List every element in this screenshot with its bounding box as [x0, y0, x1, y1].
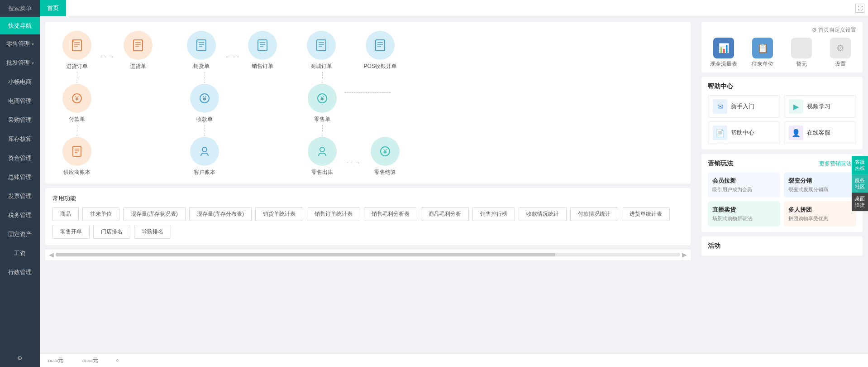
fullscreen-button[interactable]: ⛶ [855, 4, 864, 13]
flow-node-purchase[interactable]: 进货单 [115, 31, 161, 70]
flow-node-customer-account[interactable]: 客户账本 [182, 137, 227, 176]
func-btn[interactable]: 销售订单统计表 [307, 207, 360, 221]
marketing-item-title: 裂变分销 [788, 177, 852, 185]
svg-rect-20 [376, 40, 385, 51]
svg-text:¥: ¥ [202, 95, 206, 102]
sidebar-item-tax[interactable]: 税务管理 [0, 206, 40, 225]
purchase-order-icon [62, 31, 91, 60]
marketing-item-desc: 拼团购物享受优惠 [788, 215, 852, 222]
func-btn[interactable]: 销售毛利分析表 [364, 207, 417, 221]
marketing-grid: 会员拉新吸引用户成为会员裂变分销裂变式发展分销商直播卖货场景式购物新玩法多人拼团… [708, 172, 856, 227]
quick-icons: 📊现金流量表📋往来单位暂无⚙设置 [708, 38, 856, 68]
customize-link[interactable]: ⚙ 首页自定义设置 [812, 26, 856, 34]
sales-order-icon [248, 31, 277, 60]
shop-order-icon [307, 31, 336, 60]
marketing-title: 营销玩法 [708, 159, 733, 168]
sidebar-quicknav[interactable]: 快捷导航 [0, 17, 40, 34]
func-btn[interactable]: 销货单统计表 [255, 207, 303, 221]
float-service-community[interactable]: 服务社区 [852, 174, 868, 193]
activity-card: 活动 [701, 237, 863, 256]
flow-node-retail-settle[interactable]: ¥ 零售结算 [362, 137, 408, 176]
flow-node-retail-outbound[interactable]: 零售出库 [300, 137, 345, 176]
float-customer-service[interactable]: 客服热线 [852, 156, 868, 174]
pos-icon [366, 31, 395, 60]
help-item[interactable]: 📄帮助中心 [708, 121, 780, 144]
func-btn[interactable]: 往来单位 [82, 207, 119, 221]
marketing-item-desc: 吸引用户成为会员 [712, 186, 776, 193]
quick-access-card: ⚙ 首页自定义设置 📊现金流量表📋往来单位暂无⚙设置 [701, 22, 863, 72]
func-btn[interactable]: 收款情况统计 [519, 207, 567, 221]
marketing-item[interactable]: 裂变分销裂变式发展分销商 [784, 172, 856, 198]
sidebar-item-ledger[interactable]: 总账管理 [0, 168, 40, 187]
flow-node-sales-order[interactable]: 销售订单 [240, 31, 285, 70]
func-btn[interactable]: 商品毛利分析 [421, 207, 469, 221]
flow-node-payment[interactable]: ¥ 付款单 [54, 84, 100, 123]
sidebar-item-invoice[interactable]: 发票管理 [0, 187, 40, 206]
chevron-down-icon: ▾ [32, 61, 34, 66]
activity-title: 活动 [708, 242, 856, 250]
main-area: 首页 ⛶ 进货订单 - - → [40, 0, 868, 367]
marketing-more-link[interactable]: 更多营销玩法 > [819, 160, 856, 168]
sidebar-settings[interactable]: ⚙ [0, 349, 40, 367]
flow-node-supplier-account[interactable]: 供应商账本 [54, 137, 100, 176]
func-btn[interactable]: 零售开单 [52, 225, 90, 239]
quick-icon-item[interactable]: ⚙设置 [825, 38, 856, 68]
sidebar-item-salary[interactable]: 工资 [0, 244, 40, 263]
help-item[interactable]: ▶视频学习 [784, 95, 856, 118]
float-desktop-shortcut[interactable]: 桌面快捷 [852, 193, 868, 211]
quick-icon-item[interactable]: 暂无 [786, 38, 817, 68]
sidebar-item-finance[interactable]: 资金管理 [0, 149, 40, 168]
func-btn[interactable]: 进货单统计表 [622, 207, 670, 221]
help-icon: ✉ [713, 99, 727, 114]
scroll-track[interactable] [56, 253, 680, 256]
flow-node-retail[interactable]: ¥ 零售单 [300, 84, 345, 123]
flow-node-shop-order[interactable]: 商城订单 [299, 31, 344, 70]
func-btn[interactable]: 商品 [52, 207, 79, 221]
scroll-left-btn[interactable]: ◀ [49, 251, 54, 258]
sidebar-item-admin[interactable]: 行政管理 [0, 263, 40, 282]
retail-icon: ¥ [308, 84, 337, 113]
vert-line-4 [77, 125, 77, 131]
sidebar-search[interactable]: 搜索菜单 [0, 0, 40, 17]
marketing-item-title: 多人拼团 [788, 206, 852, 214]
sidebar-item-inventory[interactable]: 库存核算 [0, 130, 40, 149]
marketing-item-desc: 场景式购物新玩法 [712, 215, 776, 222]
help-icon: ▶ [789, 99, 803, 114]
func-btn[interactable]: 销售排行榜 [472, 207, 515, 221]
tab-home[interactable]: 首页 [40, 0, 67, 16]
func-btn[interactable]: 现存量(库存状况表) [123, 207, 186, 221]
marketing-item[interactable]: 会员拉新吸引用户成为会员 [708, 172, 780, 198]
help-item[interactable]: ✉新手入门 [708, 95, 780, 118]
flow-node-pos[interactable]: POS收银开单 [358, 31, 403, 70]
vert-line-2 [205, 72, 205, 78]
chevron-down-icon: ▾ [32, 42, 34, 47]
marketing-item[interactable]: 多人拼团拼团购物享受优惠 [784, 201, 856, 227]
scroll-right-btn[interactable]: ▶ [682, 251, 687, 258]
flow-node-purchase-order[interactable]: 进货订单 [54, 31, 100, 70]
payment-icon: ¥ [62, 84, 91, 113]
func-btn[interactable]: 现存量(库存分布表) [189, 207, 252, 221]
flow-node-receipt[interactable]: ¥ 收款单 [182, 84, 227, 123]
help-icon: 📄 [713, 126, 727, 140]
arrow-right-1: - - → [100, 53, 115, 60]
func-btn[interactable]: 门店排名 [93, 225, 130, 239]
sidebar-item-purchase[interactable]: 采购管理 [0, 111, 40, 130]
quick-icon-item[interactable]: 📊现金流量表 [708, 38, 739, 68]
sidebar-item-wholesale[interactable]: 批发管理 ▾ [0, 53, 40, 72]
sidebar-item-retail[interactable]: 零售管理 ▾ [0, 34, 40, 53]
quick-icon-item[interactable]: 📋往来单位 [747, 38, 778, 68]
common-func-card: 常用功能 商品往来单位现存量(库存状况表)现存量(库存分布表)销货单统计表销售订… [45, 188, 691, 245]
svg-rect-0 [72, 40, 81, 51]
help-item[interactable]: 👤在线客服 [784, 121, 856, 144]
vert-line-5 [205, 125, 205, 131]
func-btn[interactable]: 导购排名 [134, 225, 171, 239]
flow-node-sales[interactable]: 销货单 [179, 31, 224, 70]
sidebar-item-assets[interactable]: 固定资产 [0, 225, 40, 244]
sidebar-item-ecom-small[interactable]: 小畅电商 [0, 72, 40, 92]
sidebar-item-ecom-manage[interactable]: 电商管理 [0, 92, 40, 111]
marketing-item[interactable]: 直播卖货场景式购物新玩法 [708, 201, 780, 227]
func-btn[interactable]: 付款情况统计 [570, 207, 618, 221]
dashed-line-pos: - - - [345, 92, 390, 93]
svg-rect-8 [197, 40, 206, 51]
tab-bar-right: ⛶ [855, 4, 868, 13]
